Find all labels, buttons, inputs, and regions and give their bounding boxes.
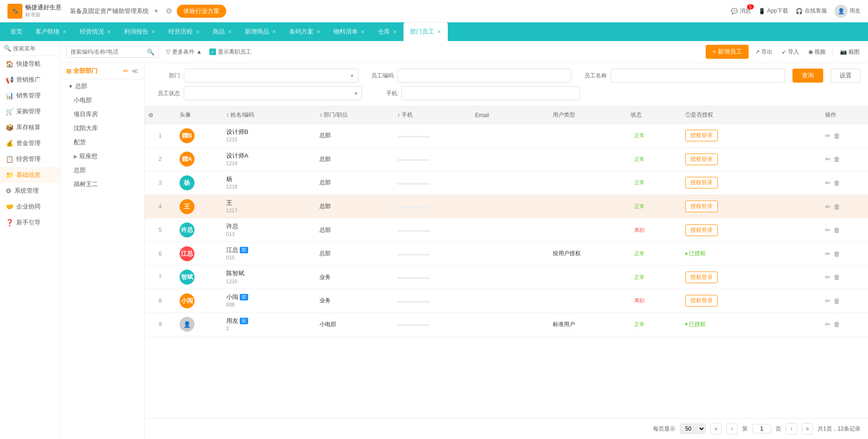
delete-btn[interactable]: 🗑 bbox=[833, 250, 840, 258]
close-icon[interactable]: ✕ bbox=[393, 29, 397, 35]
edit-btn[interactable]: ✏ bbox=[825, 179, 831, 187]
next-page-btn[interactable]: › bbox=[786, 423, 797, 434]
tab-operation[interactable]: 经营情况 ✕ bbox=[73, 22, 118, 41]
search-submit-icon[interactable]: 🔍 bbox=[147, 49, 154, 56]
tab-customer[interactable]: 客户联络 ✕ bbox=[29, 22, 73, 41]
collapse-icon[interactable]: ≪ bbox=[132, 67, 139, 75]
edit-btn[interactable]: ✏ bbox=[825, 321, 831, 328]
filter-more-btn[interactable]: ▽ 更多条件 ▲ bbox=[162, 46, 206, 58]
auth-login-btn[interactable]: 授权登录 bbox=[685, 295, 718, 307]
tab-add-goods[interactable]: 新增商品 ✕ bbox=[238, 22, 283, 41]
edit-btn[interactable]: ✏ bbox=[825, 297, 831, 305]
close-icon[interactable]: ✕ bbox=[151, 29, 155, 35]
sidebar-item-marketing[interactable]: 📢 营销推广 bbox=[0, 72, 60, 88]
col-name-code[interactable]: ↕ 姓名/编码 bbox=[222, 106, 316, 124]
page-input[interactable] bbox=[752, 424, 771, 433]
edit-btn[interactable]: ✏ bbox=[825, 132, 831, 139]
delete-btn[interactable]: 🗑 bbox=[833, 155, 840, 163]
print-btn[interactable]: 📷 截图 bbox=[837, 46, 862, 58]
delete-btn[interactable]: 🗑 bbox=[833, 203, 840, 210]
sidebar-item-sales[interactable]: 📊 销售管理 bbox=[0, 88, 60, 104]
dept-node-xiaodian[interactable]: 小电部 bbox=[61, 93, 144, 107]
emp-code-input[interactable] bbox=[397, 69, 572, 83]
sidebar-item-finance[interactable]: 💰 资金管理 bbox=[0, 135, 60, 151]
edit-btn[interactable]: ✏ bbox=[825, 226, 831, 234]
sidebar-item-purchase[interactable]: 🛒 采购管理 bbox=[0, 104, 60, 119]
close-icon[interactable]: ✕ bbox=[316, 29, 320, 35]
dept-node-project[interactable]: 项目库房 bbox=[61, 107, 144, 121]
tab-home[interactable]: 首页 bbox=[4, 22, 29, 41]
tab-barcode[interactable]: 条码方案 ✕ bbox=[283, 22, 327, 41]
dept-node-peihuo[interactable]: 配货 bbox=[61, 135, 144, 149]
delete-btn[interactable]: 🗑 bbox=[833, 297, 840, 305]
app-download-btn[interactable]: 📱 App下载 bbox=[758, 7, 788, 15]
delete-btn[interactable]: 🗑 bbox=[833, 226, 840, 234]
col-dept-pos[interactable]: ↕ 部门/职位 bbox=[316, 106, 394, 124]
emp-name-input[interactable] bbox=[611, 69, 785, 83]
sidebar-item-shortcut[interactable]: 🏠 快捷导航 bbox=[0, 56, 60, 72]
view-btn[interactable]: ◉ 视频 bbox=[806, 46, 828, 58]
sidebar-item-operation[interactable]: 📋 经营管理 bbox=[0, 151, 60, 167]
auth-login-btn[interactable]: 授权登录 bbox=[685, 130, 718, 141]
col-phone[interactable]: ↕ 手机 bbox=[394, 106, 472, 124]
col-settings[interactable]: ⚙ bbox=[145, 106, 176, 124]
show-resigned-checkbox[interactable]: ✓ bbox=[209, 49, 216, 55]
tab-goods[interactable]: 商品 ✕ bbox=[206, 22, 238, 41]
search-input[interactable] bbox=[70, 49, 145, 55]
edit-btn[interactable]: ✏ bbox=[825, 273, 831, 281]
add-employee-btn[interactable]: + 新增员工 bbox=[706, 45, 748, 59]
close-icon[interactable]: ✕ bbox=[228, 29, 232, 35]
close-icon[interactable]: ✕ bbox=[437, 29, 441, 35]
tab-process[interactable]: 经营历程 ✕ bbox=[162, 22, 206, 41]
edit-btn[interactable]: ✏ bbox=[825, 250, 831, 258]
auth-login-btn[interactable]: 授权登录 bbox=[685, 177, 718, 188]
auth-login-btn[interactable]: 授权登录 bbox=[685, 272, 718, 283]
sidebar-item-inventory[interactable]: 📦 库存核算 bbox=[0, 119, 60, 135]
dept-node-shenyang[interactable]: 沈阳大库 bbox=[61, 121, 144, 135]
last-page-btn[interactable]: » bbox=[802, 423, 813, 434]
tab-warehouse[interactable]: 仓库 ✕ bbox=[371, 22, 403, 41]
import-btn[interactable]: ↙ 导入 bbox=[779, 46, 802, 58]
sidebar-item-system[interactable]: ⚙ 系统管理 bbox=[0, 183, 60, 199]
sidebar-item-guide[interactable]: ❓ 新手引导 bbox=[0, 215, 60, 230]
close-icon[interactable]: ✕ bbox=[195, 29, 200, 35]
auth-login-btn[interactable]: 授权登录 bbox=[685, 224, 718, 236]
tab-bom[interactable]: 物料清单 ✕ bbox=[327, 22, 371, 41]
dropdown-arrow-icon[interactable]: ▼ bbox=[153, 8, 159, 14]
edit-dept-icon[interactable]: ✏ bbox=[123, 67, 129, 75]
delete-btn[interactable]: 🗑 bbox=[833, 179, 840, 187]
sidebar-item-basic[interactable]: 📁 基础信息 bbox=[0, 167, 60, 183]
tab-profit[interactable]: 利润报告 ✕ bbox=[118, 22, 162, 41]
prev-page-btn[interactable]: ‹ bbox=[726, 423, 737, 434]
edit-btn[interactable]: ✏ bbox=[825, 203, 831, 210]
close-icon[interactable]: ✕ bbox=[361, 29, 365, 35]
dept-node-zongbu-child[interactable]: 总部 bbox=[61, 163, 144, 177]
close-icon[interactable]: ✕ bbox=[62, 29, 67, 35]
auth-login-btn[interactable]: 授权登录 bbox=[685, 201, 718, 212]
reset-btn[interactable]: 设置 bbox=[831, 69, 861, 83]
first-page-btn[interactable]: « bbox=[710, 423, 722, 434]
dept-node-zongbu-parent[interactable]: ▼ 总部 bbox=[61, 79, 144, 93]
close-icon[interactable]: ✕ bbox=[272, 29, 276, 35]
sidebar-item-collab[interactable]: 🤝 企业协同 bbox=[0, 199, 60, 215]
delete-btn[interactable]: 🗑 bbox=[833, 321, 840, 328]
dept-select[interactable] bbox=[184, 69, 358, 83]
message-btn[interactable]: 💬 消息 5 bbox=[731, 7, 751, 15]
per-page-select[interactable]: 50 20 100 bbox=[680, 424, 706, 434]
delete-btn[interactable]: 🗑 bbox=[833, 132, 840, 139]
query-btn[interactable]: 查询 bbox=[792, 69, 823, 83]
auth-login-btn[interactable]: 授权登录 bbox=[685, 153, 718, 165]
show-resigned-area[interactable]: ✓ 显示离职员工 bbox=[209, 48, 251, 56]
export-btn[interactable]: ↗ 导出 bbox=[752, 46, 775, 58]
emp-status-select[interactable] bbox=[184, 86, 362, 100]
tab-employees[interactable]: 部门员工 ✕ bbox=[403, 22, 448, 41]
trial-btn[interactable]: 体验行业方案 bbox=[177, 5, 226, 18]
edit-btn[interactable]: ✏ bbox=[825, 155, 831, 163]
sidebar-search-input[interactable] bbox=[13, 45, 56, 52]
user-area[interactable]: 👤 用友 bbox=[834, 5, 861, 18]
phone-input[interactable] bbox=[401, 86, 579, 100]
dept-node-shuangzuo[interactable]: ▶ 双座想 bbox=[61, 149, 144, 163]
dept-node-chashuwangr[interactable]: 插树王二 bbox=[61, 177, 144, 191]
gear-icon[interactable]: ⚙ bbox=[166, 7, 172, 15]
delete-btn[interactable]: 🗑 bbox=[833, 273, 840, 281]
